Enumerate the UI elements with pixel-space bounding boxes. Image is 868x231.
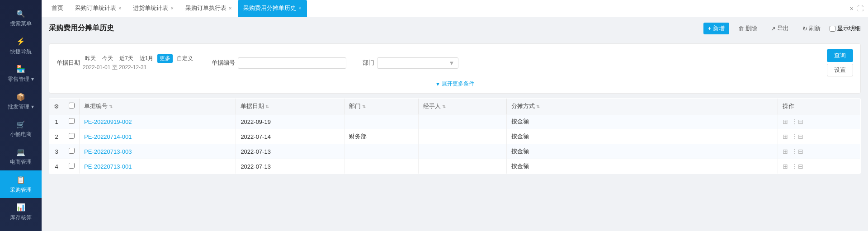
search-button[interactable]: 查询 (827, 49, 853, 62)
refresh-icon: ↻ (802, 25, 807, 32)
action-edit-icon-3[interactable]: ⊞ (783, 163, 788, 170)
row-num-0: 1 (49, 114, 64, 129)
tab-close-purchase-order-exec[interactable]: × (229, 0, 231, 17)
show-columns-checkbox[interactable] (830, 26, 835, 32)
row-checkbox-2[interactable] (64, 144, 80, 159)
tab-close-purchase-cost-history[interactable]: × (298, 0, 301, 17)
chevron-down-icon: ▼ (449, 60, 455, 66)
sidebar-item-retail[interactable]: 🏪 零售管理 ▾ (0, 60, 42, 87)
page-title: 采购费用分摊单历史 (49, 24, 114, 33)
action-more-icon-3[interactable]: ⋮⊟ (792, 163, 803, 170)
settings-button[interactable]: 设置 (827, 64, 853, 76)
doc-no-field: 单据编号 (212, 57, 346, 69)
sort-icon-doc-date[interactable]: ⇅ (265, 104, 269, 109)
sidebar-item-search-menu[interactable]: 🔍 搜索菜单 (0, 5, 42, 32)
sidebar-label-wholesale: 批发管理 ▾ (2, 103, 39, 111)
th-doc-no: 单据编号⇅ (80, 99, 236, 114)
row-num-3: 4 (49, 159, 64, 174)
show-columns-label[interactable]: 显示明细 (830, 24, 861, 33)
row-checkbox-1[interactable] (64, 129, 80, 144)
doc-no-link-2[interactable]: PE-20220713-003 (84, 148, 132, 155)
shortcut-today[interactable]: 今天 (100, 54, 115, 63)
shortcut-7days[interactable]: 近7天 (117, 54, 136, 63)
date-label: 单据日期 (57, 59, 80, 67)
sidebar-item-purchase[interactable]: 📋 采购管理 (0, 170, 42, 198)
row-doc-no-0: PE-20220919-002 (80, 114, 236, 129)
action-edit-icon-0[interactable]: ⊞ (783, 118, 788, 125)
delete-button[interactable]: 🗑 删除 (734, 23, 762, 34)
tab-home[interactable]: 首页 (46, 0, 69, 17)
row-doc-no-1: PE-20220714-001 (80, 129, 236, 144)
shortcut-more[interactable]: 更多 (157, 54, 173, 63)
doc-no-input[interactable] (238, 57, 346, 69)
delete-icon: 🗑 (738, 25, 744, 32)
row-checkbox-3[interactable] (64, 159, 80, 174)
sort-icon-doc-no[interactable]: ⇅ (109, 104, 113, 109)
row-split-2: 按金额 (506, 144, 778, 159)
search-row-1: 单据日期 昨天 今天 近7天 近1月 更多 自定义 2022-01-01 至 2… (57, 49, 853, 76)
sort-icon-split[interactable]: ⇅ (536, 104, 540, 109)
sidebar-item-finance[interactable]: 💰 资金管理 (0, 226, 42, 231)
tab-purchase-order-exec[interactable]: 采购订单执行表× (180, 0, 237, 17)
th-actions: 操作 (778, 99, 860, 114)
sidebar-label-quick-nav: 快捷导航 (2, 48, 39, 56)
sidebar-item-wholesale[interactable]: 📦 批发管理 ▾ (0, 88, 42, 115)
th-split-method: 分摊方式⇅ (506, 99, 778, 114)
row-dept-3 (344, 159, 418, 174)
add-button[interactable]: + 新增 (703, 23, 729, 34)
doc-no-link-1[interactable]: PE-20220714-001 (84, 133, 132, 140)
tab-label-purchase-order-exec: 采购订单执行表 (185, 0, 226, 17)
th-doc-date: 单据日期⇅ (236, 99, 344, 114)
close-window-icon[interactable]: × (850, 5, 854, 12)
expand-conditions-button[interactable]: ▼ 展开更多条件 (435, 80, 475, 88)
action-more-icon-2[interactable]: ⋮⊟ (792, 148, 803, 155)
row-handler-0 (419, 114, 506, 129)
export-button[interactable]: ↗ 导出 (766, 23, 793, 34)
row-doc-date-3: 2022-07-13 (236, 159, 344, 174)
row-num-1: 2 (49, 129, 64, 144)
th-handler: 经手人⇅ (419, 99, 506, 114)
table-row: 2 PE-20220714-001 2022-07-14 财务部 按金额 ⊞ ⋮… (49, 129, 861, 144)
table-row: 4 PE-20220713-001 2022-07-13 按金额 ⊞ ⋮⊟ (49, 159, 861, 174)
shortcut-1month[interactable]: 近1月 (137, 54, 156, 63)
sidebar-label-purchase: 采购管理 (2, 186, 39, 194)
dept-select[interactable]: ▼ (377, 57, 458, 69)
tab-purchase-order-stats[interactable]: 采购订单统计表× (70, 0, 127, 17)
sidebar-item-quick-nav[interactable]: ⚡ 快捷导航 (0, 32, 42, 60)
sidebar-label-mini-shop: 小畅电商 (2, 131, 39, 138)
tab-inbound-stats[interactable]: 进货单统计表× (127, 0, 179, 17)
th-checkbox[interactable] (64, 99, 80, 114)
search-buttons: 查询 设置 (827, 49, 853, 76)
table-row: 3 PE-20220713-003 2022-07-13 按金额 ⊞ ⋮⊟ (49, 144, 861, 159)
tab-purchase-cost-history[interactable]: 采购费用分摊单历史× (238, 0, 307, 17)
row-doc-date-2: 2022-07-13 (236, 144, 344, 159)
toolbar: + 新增 🗑 删除 ↗ 导出 ↻ 刷新 显示明细 (703, 23, 861, 34)
tab-close-purchase-order-stats[interactable]: × (118, 0, 121, 17)
sidebar-icon-inventory: 📊 (2, 203, 39, 212)
refresh-button[interactable]: ↻ 刷新 (798, 23, 825, 34)
shortcut-yesterday[interactable]: 昨天 (83, 54, 98, 63)
action-more-icon-1[interactable]: ⋮⊟ (792, 133, 803, 140)
action-more-icon-0[interactable]: ⋮⊟ (792, 118, 803, 125)
row-checkbox-0[interactable] (64, 114, 80, 129)
select-all-checkbox[interactable] (69, 103, 75, 108)
sort-icon-dept[interactable]: ⇅ (362, 104, 366, 109)
shortcut-custom[interactable]: 自定义 (175, 54, 195, 63)
action-edit-icon-2[interactable]: ⊞ (783, 148, 788, 155)
sidebar-item-inventory[interactable]: 📊 库存核算 (0, 198, 42, 226)
doc-no-link-0[interactable]: PE-20220919-002 (84, 118, 132, 125)
tab-close-inbound-stats[interactable]: × (170, 0, 173, 17)
sidebar-item-mini-shop[interactable]: 🛒 小畅电商 (0, 115, 42, 143)
doc-no-link-3[interactable]: PE-20220713-001 (84, 163, 132, 170)
date-range-text: 2022-01-01 至 2022-12-31 (83, 64, 195, 71)
date-field: 单据日期 昨天 今天 近7天 近1月 更多 自定义 2022-01-01 至 2… (57, 54, 195, 71)
row-handler-1 (419, 129, 506, 144)
sidebar-item-ecommerce[interactable]: 💻 电商管理 (0, 143, 42, 170)
action-edit-icon-1[interactable]: ⊞ (783, 133, 788, 140)
maximize-icon[interactable]: ⛶ (857, 5, 863, 12)
expand-row: ▼ 展开更多条件 (57, 80, 853, 88)
dept-label: 部门 (363, 59, 374, 67)
row-handler-3 (419, 159, 506, 174)
sort-icon-handler[interactable]: ⇅ (442, 104, 446, 109)
th-settings[interactable]: ⚙ (49, 99, 64, 114)
